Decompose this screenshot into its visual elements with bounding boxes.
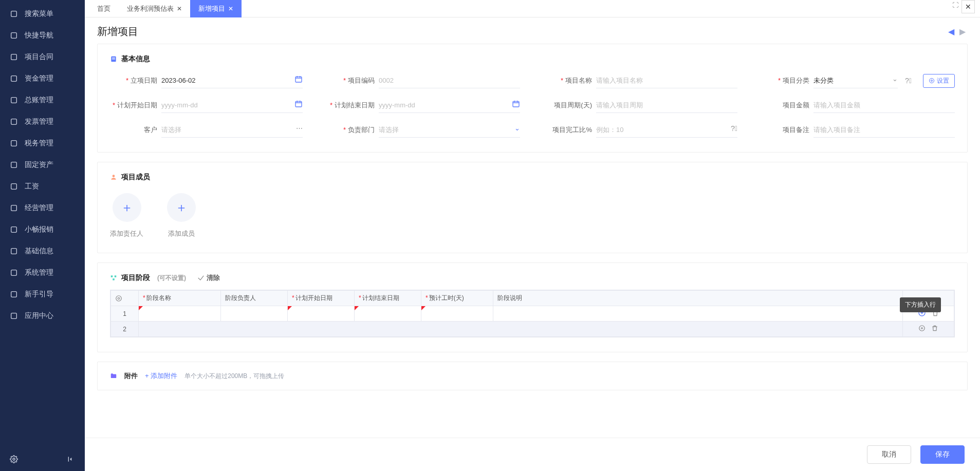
field-project-name: *项目名称 — [545, 73, 737, 88]
add-attachment-link[interactable]: + 添加附件 — [145, 371, 177, 381]
tab-close-icon[interactable]: ✕ — [228, 5, 233, 12]
col-phase-name: *阶段名称 — [139, 291, 221, 306]
sidebar-item-label: 工资 — [25, 182, 39, 191]
panel-head-phase: 项目阶段 (可不设置) 清除 — [110, 273, 955, 282]
svg-point-29 — [118, 297, 120, 299]
panel-head-members: 项目成员 — [110, 173, 955, 182]
appcenter-icon — [9, 311, 19, 321]
panel-title: 基本信息 — [121, 54, 150, 64]
sidebar-item[interactable]: 项目合同 — [0, 46, 85, 68]
basic-icon — [9, 247, 19, 256]
svg-rect-5 — [11, 119, 17, 125]
svg-rect-24 — [513, 101, 519, 107]
sidebar-item-label: 系统管理 — [25, 268, 53, 277]
cell-plan-end[interactable] — [355, 306, 421, 322]
window-expand-icon[interactable]: ⛶ — [952, 2, 958, 9]
sidebar-item[interactable]: 资金管理 — [0, 68, 85, 89]
sidebar-item-label: 发票管理 — [25, 117, 53, 126]
sidebar-item[interactable]: 小畅报销 — [0, 219, 85, 240]
project-category-select[interactable] — [813, 77, 898, 84]
owner-dept-select[interactable] — [379, 126, 520, 134]
field-plan-end: *计划结束日期 — [327, 98, 520, 113]
cell-empty[interactable] — [139, 322, 903, 337]
sidebar-item[interactable]: 固定资产 — [0, 154, 85, 176]
cell-phase-name[interactable] — [139, 306, 221, 322]
sidebar-item[interactable]: 新手引导 — [0, 284, 85, 305]
sidebar-item[interactable]: 经营管理 — [0, 197, 85, 219]
chevron-down-icon[interactable]: ⌄ — [892, 75, 898, 83]
pager-prev-icon[interactable]: ◀ — [948, 27, 954, 36]
more-icon[interactable]: ⋯ — [296, 124, 303, 132]
calendar-icon[interactable] — [294, 75, 303, 83]
window-close-button[interactable]: ✕ — [961, 0, 975, 13]
insert-row-icon[interactable] — [918, 325, 926, 332]
calendar-icon[interactable] — [512, 100, 520, 108]
plan-end-input[interactable] — [379, 101, 520, 109]
field-project-category: *项目分类 ⌄ ?⃝ 设置 — [762, 73, 955, 88]
sidebar-item[interactable]: 税务管理 — [0, 133, 85, 154]
period-input[interactable] — [596, 101, 737, 109]
contract-icon — [9, 52, 19, 62]
tab[interactable]: 业务利润预估表✕ — [119, 0, 190, 17]
gear-icon[interactable] — [9, 455, 19, 464]
sidebar-item-label: 资金管理 — [25, 74, 53, 83]
cancel-button[interactable]: 取消 — [867, 445, 911, 464]
save-button[interactable]: 保存 — [920, 445, 965, 464]
collapse-sidebar-icon[interactable] — [66, 455, 76, 464]
settings-button[interactable]: 设置 — [923, 74, 955, 88]
sidebar-item[interactable]: 系统管理 — [0, 262, 85, 284]
sidebar-item[interactable]: 应用中心 — [0, 305, 85, 327]
sidebar-item[interactable]: 发票管理 — [0, 111, 85, 133]
sidebar-item[interactable]: 搜索菜单 — [0, 3, 85, 25]
col-phase-owner: 阶段负责人 — [221, 291, 288, 306]
manage-icon — [9, 203, 19, 213]
add-owner-button[interactable]: ＋ 添加责任人 — [110, 193, 143, 238]
sidebar-item[interactable]: 基础信息 — [0, 240, 85, 262]
gear-col-head[interactable] — [111, 291, 139, 306]
panel-head-basic: 基本信息 — [110, 54, 955, 64]
svg-rect-16 — [68, 457, 69, 461]
phase-row[interactable]: 1 — [111, 306, 954, 322]
tab[interactable]: 新增项目✕ — [190, 0, 242, 17]
chevron-down-icon[interactable]: ⌄ — [514, 124, 520, 132]
attach-row: 附件 + 添加附件 单个大小不超过200MB，可拖拽上传 — [110, 371, 955, 381]
sidebar-item-label: 新手引导 — [25, 290, 53, 299]
cell-phase-owner[interactable] — [221, 306, 288, 322]
sidebar: 搜索菜单快捷导航项目合同资金管理总账管理发票管理税务管理固定资产工资经营管理小畅… — [0, 0, 85, 471]
sidebar-item[interactable]: 工资 — [0, 176, 85, 197]
tab[interactable]: 首页 — [89, 0, 119, 17]
phase-table-wrap: 下方插入行 *阶段名称 阶段负责人 *计划开始日期 *计划结束日期 *预计工时(… — [110, 290, 955, 337]
cell-hours[interactable] — [421, 306, 493, 322]
svg-rect-26 — [111, 275, 113, 277]
form-grid-basic: *立项日期 *项目编码 *项目名称 *项目分类 ⌄ ?⃝ — [110, 73, 955, 138]
help-icon[interactable]: ?⃝ — [905, 77, 912, 85]
customer-select[interactable] — [161, 126, 303, 134]
field-customer: 客户 ⋯ — [110, 122, 303, 138]
help-icon[interactable]: ?⃝ — [731, 124, 737, 133]
field-amount: 项目金额 — [762, 98, 955, 113]
cell-desc[interactable] — [493, 306, 903, 322]
svg-point-21 — [931, 80, 933, 82]
sidebar-item[interactable]: 总账管理 — [0, 89, 85, 111]
asset-icon — [9, 160, 19, 169]
phase-row[interactable]: 2 — [111, 322, 954, 337]
folder-icon — [110, 372, 117, 380]
remark-input[interactable] — [813, 126, 955, 134]
user-icon — [110, 174, 117, 181]
calendar-icon[interactable] — [294, 100, 303, 108]
tab-close-icon[interactable]: ✕ — [177, 5, 182, 12]
project-name-input[interactable] — [596, 77, 737, 84]
plan-start-input[interactable] — [161, 101, 303, 109]
amount-input[interactable] — [813, 101, 955, 109]
add-member-button[interactable]: ＋ 添加成员 — [167, 193, 196, 238]
project-code-input[interactable] — [379, 77, 520, 84]
pager-next-icon[interactable]: ▶ — [959, 27, 966, 36]
clear-link[interactable]: 清除 — [197, 273, 220, 282]
svg-point-30 — [116, 295, 122, 301]
cell-plan-start[interactable] — [288, 306, 355, 322]
start-date-input[interactable] — [161, 77, 303, 84]
progress-input[interactable] — [596, 126, 737, 134]
sidebar-item[interactable]: 快捷导航 — [0, 25, 85, 46]
delete-row-icon[interactable] — [931, 325, 938, 332]
svg-rect-4 — [11, 98, 17, 103]
